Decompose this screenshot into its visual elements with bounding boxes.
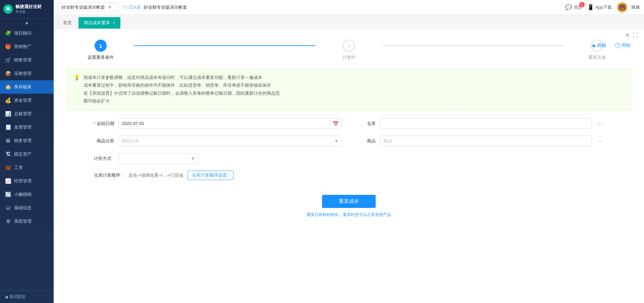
tab-close-icon[interactable]: × bbox=[113, 20, 115, 25]
user-avatar[interactable]: 🐻 珠珠 bbox=[617, 2, 640, 12]
step-2-circle: 2 bbox=[343, 40, 355, 52]
project-icon: 🧩 bbox=[5, 30, 11, 37]
sidebar-item-basic[interactable]: 🗂 基础信息 bbox=[0, 201, 54, 215]
product-more-icon[interactable]: ··· bbox=[596, 137, 604, 144]
sidebar-collapse-btn[interactable]: ◀ 取消固定 bbox=[0, 290, 54, 303]
steps-actions: ▶ 视频 | ? 帮助 bbox=[593, 42, 631, 48]
step-1-circle: 1 bbox=[95, 40, 107, 52]
warehouse-label: 仓库 bbox=[356, 121, 376, 127]
sidebar-item-expense[interactable]: 🔄 小畅报销 bbox=[0, 188, 54, 201]
topbar-right: 💬 消息 1 📱 App下载 🐻 珠珠 bbox=[565, 2, 640, 12]
inventory-icon: 🏠 bbox=[5, 84, 11, 90]
product-field: 商品 商品 ··· bbox=[356, 136, 604, 146]
sidebar-item-system[interactable]: ⚙ 系统管理 bbox=[0, 215, 54, 228]
help-circle-icon: ? bbox=[615, 43, 621, 48]
sidebar-item-assets[interactable]: 🏗 固定资产 bbox=[0, 147, 54, 161]
warehouse-order-settings-btn[interactable]: 仓库计算顺序设置 › bbox=[187, 171, 234, 180]
tabbar: 首页 商品成本重算 × bbox=[54, 15, 644, 29]
warehouse-order-value: 总仓->深圳仓库->...->门店仓 bbox=[128, 172, 183, 178]
sidebar-item-tax[interactable]: 🏛 税务管理 bbox=[0, 134, 54, 147]
form-row-2: 商品分类 商品分类 ▼ 商品 商品 ··· bbox=[94, 136, 604, 146]
logo-text: 畅捷通好业财 专业版 bbox=[15, 4, 42, 14]
pricing-label: 计价方式 bbox=[94, 156, 114, 162]
salary-icon: 💼 bbox=[5, 164, 11, 171]
product-input[interactable]: 商品 bbox=[380, 136, 592, 146]
warehouse-more-icon[interactable]: ··· bbox=[596, 120, 604, 127]
sidebar-item-marketing[interactable]: 🎁 营销推广 bbox=[0, 40, 54, 53]
tab-cost-recalc[interactable]: 商品成本重算 × bbox=[78, 17, 120, 29]
lightbulb-icon: 💡 bbox=[73, 74, 80, 81]
start-date-field: 起始日期 2022-07-01 📅 bbox=[94, 118, 342, 129]
message-action[interactable]: 💬 消息 1 bbox=[565, 4, 582, 10]
step-2-group: 2 计算中 bbox=[315, 40, 382, 60]
step-1-group: 1 设置重算条件 bbox=[67, 40, 134, 60]
category-select[interactable]: 商品分类 ▼ bbox=[118, 136, 342, 146]
warehouse-order-row: 仓库计算顺序： 总仓->深圳仓库->...->门店仓 仓库计算顺序设置 › bbox=[54, 171, 644, 180]
calendar-icon[interactable]: 📅 bbox=[333, 121, 338, 126]
sidebar-item-purchase[interactable]: 📦 采购管理 bbox=[0, 67, 54, 80]
step-3-label: 重算完成 bbox=[588, 54, 606, 60]
verified-badge: 🛡 已认证 bbox=[123, 4, 141, 10]
notice-content: 因成本计算参数调整，或是对商品成本有疑问时，可以通过成本重算功能，重新计算一遍成… bbox=[84, 74, 280, 105]
pricing-select[interactable]: ▼ bbox=[118, 153, 199, 164]
expense-icon: 🔄 bbox=[5, 191, 11, 198]
operation-icon: 📈 bbox=[5, 178, 11, 184]
company-selector[interactable]: 好业财专业版演示帐套 ▼ bbox=[58, 3, 118, 12]
sidebar-item-project[interactable]: 🧩 项目顾问 bbox=[0, 27, 54, 40]
content-area: ✕ ⛶ 1 设置重算条件 2 计算中 3 bbox=[54, 29, 644, 303]
sidebar-item-sales[interactable]: 🛒 销售管理 bbox=[0, 53, 54, 67]
selector-arrow-icon: ▼ bbox=[108, 5, 112, 10]
sidebar-item-invoice[interactable]: 🧾 发票管理 bbox=[0, 121, 54, 134]
start-date-input[interactable]: 2022-07-01 📅 bbox=[118, 118, 342, 129]
message-icon: 💬 bbox=[565, 4, 572, 10]
app-download-action[interactable]: 📱 App下载 bbox=[587, 4, 612, 10]
product-label: 商品 bbox=[356, 138, 376, 144]
step-2-label: 计算中 bbox=[342, 54, 356, 60]
sidebar-scroll-up[interactable]: ▲ bbox=[0, 18, 54, 27]
sidebar-item-operation[interactable]: 📈 经营管理 bbox=[0, 174, 54, 188]
play-icon: ▶ bbox=[593, 43, 596, 48]
marketing-icon: 🎁 bbox=[5, 43, 11, 50]
start-date-label: 起始日期 bbox=[94, 121, 114, 127]
warehouse-field: 仓库 ··· bbox=[356, 118, 604, 129]
tax-icon: 🏛 bbox=[5, 137, 11, 144]
sidebar-item-salary[interactable]: 💼 工资 bbox=[0, 161, 54, 174]
pricing-arrow-icon: ▼ bbox=[191, 156, 195, 161]
warehouse-order-label: 仓库计算顺序： bbox=[94, 172, 124, 178]
system-icon: ⚙ bbox=[5, 218, 11, 225]
warehouse-input[interactable] bbox=[380, 118, 592, 129]
category-field: 商品分类 商品分类 ▼ bbox=[94, 136, 342, 146]
finance-icon: 💰 bbox=[5, 97, 11, 104]
phone-icon: 📱 bbox=[587, 4, 594, 10]
sidebar: 畅 畅捷通好业财 专业版 ▲ 🧩 项目顾问 🎁 营销推广 🛒 销售管理 📦 采购… bbox=[0, 0, 54, 303]
topbar: 好业财专业版演示帐套 ▼ 🛡 已认证 好业财专业版演示帐套 💬 消息 1 📱 A… bbox=[54, 0, 644, 15]
assets-icon: 🏗 bbox=[5, 151, 11, 158]
help-btn[interactable]: ? 帮助 bbox=[615, 42, 631, 48]
form-area: 起始日期 2022-07-01 📅 仓库 ··· 商品分类 商 bbox=[54, 118, 644, 146]
tab-home[interactable]: 首页 bbox=[58, 17, 77, 29]
category-arrow-icon: ▼ bbox=[334, 139, 338, 143]
invoice-icon: 🧾 bbox=[5, 124, 11, 131]
step-1-label: 设置重算条件 bbox=[88, 54, 114, 60]
form-row-1: 起始日期 2022-07-01 📅 仓库 ··· bbox=[94, 118, 604, 129]
submit-area: 重算成本 重算过程耗时较长，重算时您可以正常使用产品 bbox=[54, 188, 644, 224]
logo-icon: 畅 bbox=[3, 4, 13, 14]
recalculate-btn[interactable]: 重算成本 bbox=[322, 195, 376, 208]
category-label: 商品分类 bbox=[94, 138, 114, 144]
avatar-image: 🐻 bbox=[617, 2, 627, 12]
sidebar-item-inventory[interactable]: 🏠 库存核算 bbox=[0, 80, 54, 94]
sales-icon: 🛒 bbox=[5, 57, 11, 63]
main-area: 好业财专业版演示帐套 ▼ 🛡 已认证 好业财专业版演示帐套 💬 消息 1 📱 A… bbox=[54, 0, 644, 303]
shield-icon: 🛡 bbox=[123, 5, 127, 10]
pricing-row: 计价方式 ▼ bbox=[54, 153, 644, 164]
sidebar-logo: 畅 畅捷通好业财 专业版 bbox=[0, 0, 54, 18]
submit-hint: 重算过程耗时较长，重算时您可以正常使用产品 bbox=[307, 212, 391, 218]
sidebar-item-finance[interactable]: 💰 资金管理 bbox=[0, 94, 54, 107]
video-btn[interactable]: ▶ 视频 bbox=[593, 42, 606, 48]
sidebar-item-accounting[interactable]: 📊 总账管理 bbox=[0, 107, 54, 121]
chevron-right-icon: › bbox=[228, 173, 229, 177]
basic-icon: 🗂 bbox=[5, 205, 11, 211]
purchase-icon: 📦 bbox=[5, 70, 11, 77]
notice-box: 💡 因成本计算参数调整，或是对商品成本有疑问时，可以通过成本重算功能，重新计算一… bbox=[67, 69, 631, 110]
steps-container: 1 设置重算条件 2 计算中 3 重算完成 ▶ 视 bbox=[54, 29, 644, 69]
